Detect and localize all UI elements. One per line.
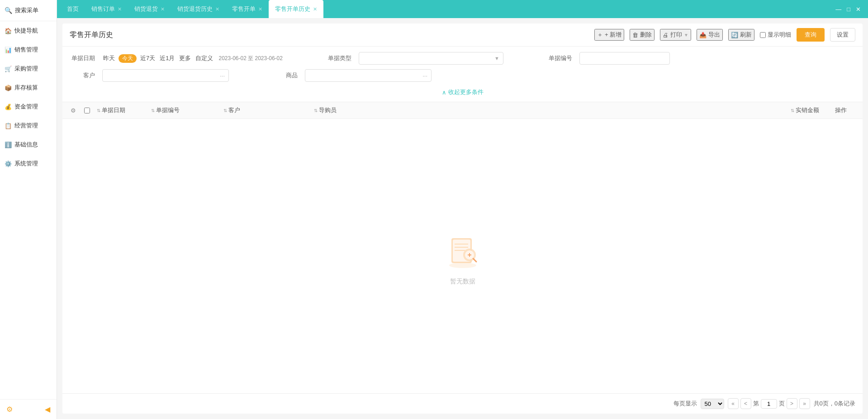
add-icon: ＋ (597, 31, 603, 39)
tab-retail-history[interactable]: 零售开单历史 ✕ (269, 0, 323, 18)
show-detail-checkbox[interactable] (760, 32, 766, 38)
sidebar-search[interactable]: 🔍 搜索采单 (0, 0, 57, 21)
type-select-arrow-icon: ▼ (494, 56, 499, 61)
date-range-value: 2023-06-02 至 2023-06-02 (218, 55, 282, 62)
print-button[interactable]: 🖨 打印 ▼ (660, 29, 691, 41)
delete-icon: 🗑 (632, 32, 638, 38)
sidebar-item-label: 基础信息 (14, 141, 38, 149)
show-detail-label-text: 显示明细 (768, 31, 791, 39)
delete-label: 删除 (640, 31, 652, 39)
sidebar-item-sales-mgmt[interactable]: 📊 销售管理 (0, 40, 57, 59)
sidebar-item-quick-nav[interactable]: 🏠 快捷导航 (0, 21, 57, 40)
sidebar-item-operations[interactable]: 📋 经营管理 (0, 116, 57, 135)
refresh-button[interactable]: 🔄 刷新 (728, 29, 754, 41)
collapse-more-btn[interactable]: ∧ 收起更多条件 (70, 86, 855, 96)
th-num-label: 单据编号 (156, 106, 180, 114)
prev-page-button[interactable]: < (740, 398, 751, 409)
type-select[interactable]: ▼ (359, 52, 503, 65)
tab-sales-return[interactable]: 销货退货 ✕ (128, 0, 171, 18)
th-customer[interactable]: ⇅ 客户 (220, 106, 310, 114)
tab-sales-return-history-label: 销货退货历史 (177, 5, 213, 13)
date-custom[interactable]: 自定义 (194, 54, 214, 63)
sort-icon: ⇅ (223, 108, 227, 113)
maximize-button[interactable]: □ (847, 6, 850, 13)
tab-retail-history-close[interactable]: ✕ (313, 6, 317, 12)
first-page-button[interactable]: « (728, 398, 739, 409)
customer-select[interactable]: ··· (102, 69, 229, 82)
th-action: 操作 (823, 106, 859, 114)
purchase-icon: 🛒 (5, 65, 12, 72)
tab-home-label: 首页 (67, 5, 79, 13)
select-all-checkbox[interactable] (84, 108, 90, 113)
date-today[interactable]: 今天 (119, 54, 137, 63)
collapse-label: 收起更多条件 (448, 88, 484, 96)
toolbar: ＋ + 新增 🗑 删除 🖨 打印 ▼ 📤 导出 🔄 (594, 28, 855, 42)
filter-area: 单据日期 昨天 今天 近7天 近1月 更多 自定义 2023-06-02 至 2… (62, 47, 863, 102)
tab-sales-return-history-close[interactable]: ✕ (215, 6, 219, 12)
date-7days[interactable]: 近7天 (139, 54, 156, 63)
add-button[interactable]: ＋ + 新增 (594, 29, 624, 41)
pagination: 每页显示 50 10 20 100 « < 第 页 > » 共0页，0条记录 (62, 393, 863, 414)
per-page-select[interactable]: 50 10 20 100 (701, 399, 724, 409)
refresh-icon: 🔄 (731, 32, 738, 38)
page-header: 零售开单历史 ＋ + 新增 🗑 删除 🖨 打印 ▼ 📤 导出 (62, 24, 863, 47)
sidebar-item-label: 快捷导航 (14, 27, 38, 35)
tab-retail-open-close[interactable]: ✕ (258, 6, 262, 12)
tab-sales-order[interactable]: 销售订单 ✕ (85, 0, 128, 18)
collapse-sidebar-icon[interactable]: ◀ (45, 405, 50, 414)
product-select[interactable]: ··· (305, 69, 432, 82)
tab-sales-return-history[interactable]: 销货退货历史 ✕ (171, 0, 226, 18)
th-amount[interactable]: ⇅ 实销金额 (365, 106, 823, 114)
sidebar-item-finance[interactable]: 💰 资金管理 (0, 97, 57, 116)
num-input[interactable] (579, 52, 670, 65)
close-button[interactable]: ✕ (856, 6, 861, 13)
window-controls: — □ ✕ (835, 6, 864, 13)
page-input[interactable] (761, 399, 777, 409)
date-label: 单据日期 (70, 54, 95, 62)
tab-home[interactable]: 首页 (61, 0, 85, 18)
pagination-total: 共0页，0条记录 (814, 400, 855, 408)
sidebar: 🔍 搜索采单 🏠 快捷导航 📊 销售管理 🛒 采购管理 📦 库存核算 💰 资金管… (0, 0, 57, 419)
date-1month[interactable]: 近1月 (159, 54, 175, 63)
add-label: + 新增 (605, 31, 621, 39)
gear-icon[interactable]: ⚙ (6, 405, 13, 414)
th-date[interactable]: ⇅ 单据日期 (93, 106, 147, 114)
home-icon: 🏠 (5, 27, 12, 34)
product-dots[interactable]: ··· (422, 72, 427, 79)
page-content: 零售开单历史 ＋ + 新增 🗑 删除 🖨 打印 ▼ 📤 导出 (57, 18, 868, 419)
date-yesterday[interactable]: 昨天 (102, 54, 116, 63)
tab-retail-open[interactable]: 零售开单 ✕ (226, 0, 269, 18)
sidebar-item-purchase-mgmt[interactable]: 🛒 采购管理 (0, 59, 57, 78)
minimize-button[interactable]: — (835, 6, 841, 13)
svg-line-8 (473, 259, 476, 262)
date-more[interactable]: 更多 (178, 54, 192, 63)
sidebar-item-inventory[interactable]: 📦 库存核算 (0, 78, 57, 97)
sidebar-search-label: 搜索采单 (15, 6, 38, 14)
sort-icon: ⇅ (97, 108, 100, 113)
tab-sales-return-close[interactable]: ✕ (161, 6, 165, 12)
table-settings-btn[interactable]: ⚙ (66, 107, 81, 114)
export-label: 导出 (708, 31, 720, 39)
sidebar-item-sys-mgmt[interactable]: ⚙️ 系统管理 (0, 154, 57, 173)
settings-button[interactable]: 设置 (830, 28, 855, 42)
tab-sales-order-close[interactable]: ✕ (118, 6, 122, 12)
page-suffix: 页 (779, 400, 785, 408)
type-label: 单据类型 (326, 54, 351, 62)
tab-bar: 首页 销售订单 ✕ 销货退货 ✕ 销货退货历史 ✕ 零售开单 ✕ 零售开单历史 … (57, 0, 868, 18)
tab-retail-history-label: 零售开单历史 (275, 5, 310, 13)
th-guide[interactable]: ⇅ 导购员 (310, 106, 365, 114)
th-guide-label: 导购员 (319, 106, 337, 114)
th-num[interactable]: ⇅ 单据编号 (147, 106, 220, 114)
table-select-all[interactable] (81, 108, 93, 113)
export-button[interactable]: 📤 导出 (697, 29, 723, 41)
sidebar-item-basic-info[interactable]: ℹ️ 基础信息 (0, 135, 57, 154)
product-label: 商品 (272, 71, 298, 80)
delete-button[interactable]: 🗑 删除 (630, 29, 655, 41)
customer-dots[interactable]: ··· (220, 72, 225, 79)
query-button[interactable]: 查询 (797, 28, 825, 42)
next-page-button[interactable]: > (787, 398, 797, 409)
search-icon: 🔍 (5, 7, 12, 14)
export-icon: 📤 (699, 32, 707, 38)
show-detail-toggle[interactable]: 显示明细 (760, 31, 791, 39)
last-page-button[interactable]: » (799, 398, 810, 409)
